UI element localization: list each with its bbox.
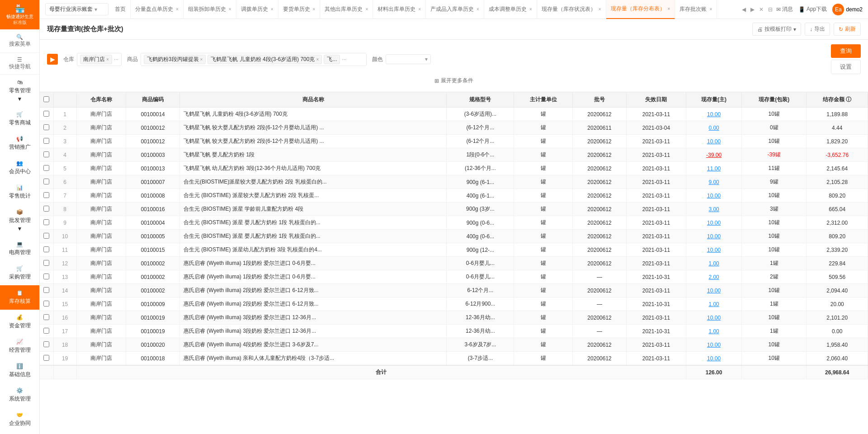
row-checkbox[interactable] <box>43 328 49 334</box>
sidebar-item-ecommerce[interactable]: 💻 电商管理 <box>0 236 39 261</box>
close-icon[interactable]: × <box>599 7 601 12</box>
remove-product-tag-2-btn[interactable]: × <box>316 57 319 62</box>
tab-scroll-right-btn[interactable]: ▶ <box>749 5 756 14</box>
row-checkbox[interactable] <box>43 341 49 347</box>
td-inventory-main[interactable]: 10.00 <box>686 352 742 366</box>
tab-requisition-history[interactable]: 要货单历史 × <box>278 0 321 19</box>
tab-split-inventory-history[interactable]: 分量盘点单历史 × <box>131 0 184 19</box>
close-all-btn[interactable]: ✕ <box>757 5 765 14</box>
tab-disassemble-history[interactable]: 组装拆卸单历史 × <box>184 0 236 19</box>
tab-material-out-history[interactable]: 材料出库单历史 × <box>373 0 426 19</box>
row-checkbox[interactable] <box>43 124 49 130</box>
product-more-btn[interactable]: ··· <box>342 56 346 62</box>
td-checkbox[interactable] <box>40 243 53 257</box>
sidebar-item-enterprise-collab[interactable]: 🤝 企业协同 <box>0 407 39 432</box>
row-checkbox[interactable] <box>43 165 49 171</box>
warehouse-filter-container[interactable]: 南岸门店 × ··· <box>77 53 122 66</box>
tab-cost-adjust-history[interactable]: 成本调整单历史 × <box>484 0 537 19</box>
td-checkbox[interactable] <box>40 325 53 338</box>
refresh-btn[interactable]: ↻ 刷新 <box>834 23 861 36</box>
td-checkbox[interactable] <box>40 135 53 148</box>
sidebar-item-system-mgmt[interactable]: ⚙️ 系统管理 <box>0 383 39 407</box>
sidebar-item-marketing[interactable]: 📢 营销推广 <box>0 131 39 156</box>
td-checkbox[interactable] <box>40 270 53 284</box>
td-checkbox[interactable] <box>40 230 53 243</box>
tab-inventory-batch[interactable]: 库存批次账 × <box>675 0 717 19</box>
td-inventory-main[interactable]: 10.00 <box>686 108 742 121</box>
row-checkbox[interactable] <box>43 179 49 184</box>
sidebar-quick-nav[interactable]: ☰ 快捷导航 <box>0 53 39 75</box>
td-inventory-main[interactable]: 10.00 <box>686 311 742 325</box>
sidebar-logo[interactable]: 🏪 畅捷通好生意 标准版 <box>0 0 39 29</box>
close-icon[interactable]: × <box>271 7 274 12</box>
td-inventory-main[interactable]: 11.00 <box>686 162 742 175</box>
sidebar-item-finance-mgmt[interactable]: 💰 资金管理 <box>0 310 39 334</box>
row-checkbox[interactable] <box>43 233 49 239</box>
td-checkbox[interactable] <box>40 121 53 135</box>
row-checkbox[interactable] <box>43 138 49 144</box>
td-inventory-main[interactable]: 10.00 <box>686 216 742 230</box>
td-checkbox[interactable] <box>40 284 53 297</box>
tab-other-out-history[interactable]: 其他出库单历史 × <box>320 0 373 19</box>
td-checkbox[interactable] <box>40 311 53 325</box>
sidebar-item-purchase-mgmt[interactable]: 🛒 采购管理 <box>0 261 39 285</box>
close-icon[interactable]: × <box>176 7 179 12</box>
color-filter-container[interactable]: ▾ <box>386 54 431 64</box>
td-inventory-main[interactable]: 0.00 <box>686 121 742 135</box>
tab-inventory-status[interactable]: 现存量（库存状况表） × <box>537 0 606 19</box>
close-icon[interactable]: × <box>668 6 670 11</box>
tab-product-in-history[interactable]: 产成品入库单历史 × <box>426 0 484 19</box>
sidebar-item-member-center[interactable]: 👥 会员中心 <box>0 156 39 180</box>
sidebar-item-retail-shop[interactable]: 🛒 零售商城 <box>0 107 39 131</box>
row-checkbox[interactable] <box>43 274 49 279</box>
sidebar-item-retail-stats[interactable]: 📊 零售统计 <box>0 180 39 204</box>
row-checkbox[interactable] <box>43 192 49 198</box>
td-checkbox[interactable] <box>40 162 53 175</box>
expand-more-conditions[interactable]: ⊞ 展开更多条件 <box>47 74 861 87</box>
td-checkbox[interactable] <box>40 257 53 270</box>
td-inventory-main[interactable]: 10.00 <box>686 135 742 148</box>
row-checkbox[interactable] <box>43 301 49 307</box>
sidebar-item-basic-info[interactable]: ℹ️ 基础信息 <box>0 359 39 383</box>
row-checkbox[interactable] <box>43 287 49 293</box>
td-inventory-main[interactable]: 1.00 <box>686 257 742 270</box>
query-btn[interactable]: 查询 <box>831 44 861 58</box>
td-inventory-main[interactable]: 10.00 <box>686 243 742 257</box>
close-icon[interactable]: × <box>529 7 532 12</box>
sidebar-search[interactable]: 🔍 搜索英单 <box>0 29 39 53</box>
close-icon[interactable]: × <box>229 7 231 12</box>
td-checkbox[interactable] <box>40 352 53 366</box>
close-icon[interactable]: × <box>418 7 421 12</box>
td-checkbox[interactable] <box>40 175 53 189</box>
message-btn[interactable]: ✉ 消息 <box>776 5 793 13</box>
select-all-checkbox[interactable] <box>43 96 49 102</box>
row-checkbox[interactable] <box>43 219 49 225</box>
tab-scroll-left-btn[interactable]: ◀ <box>740 5 748 14</box>
row-checkbox[interactable] <box>43 260 49 266</box>
row-checkbox[interactable] <box>43 206 49 212</box>
td-checkbox[interactable] <box>40 216 53 230</box>
td-inventory-main[interactable]: 2.00 <box>686 270 742 284</box>
remove-warehouse-tag-btn[interactable]: × <box>106 57 109 62</box>
td-inventory-main[interactable]: 1.00 <box>686 325 742 338</box>
settings-btn[interactable]: 设置 <box>831 60 861 74</box>
td-inventory-main[interactable]: 1.00 <box>686 297 742 311</box>
td-inventory-main[interactable]: 10.00 <box>686 230 742 243</box>
close-icon[interactable]: × <box>476 7 479 12</box>
close-icon[interactable]: × <box>365 7 368 12</box>
td-inventory-main[interactable]: 3.00 <box>686 203 742 216</box>
sidebar-item-retail-mgmt[interactable]: 🛍 零售管理 ▼ <box>0 75 39 107</box>
expand-tabs-btn[interactable]: ⊟ <box>766 5 774 14</box>
td-checkbox[interactable] <box>40 148 53 162</box>
export-btn[interactable]: ↓ 导出 <box>805 23 830 36</box>
sidebar-item-operations-mgmt[interactable]: 📈 经营管理 <box>0 334 39 359</box>
remove-product-tag-1-btn[interactable]: × <box>200 57 203 62</box>
td-checkbox[interactable] <box>40 338 53 352</box>
close-icon[interactable]: × <box>313 7 316 12</box>
sidebar-item-new-guide[interactable]: 🚀 新手引导 <box>0 432 39 434</box>
warehouse-more-btn[interactable]: ··· <box>114 56 118 62</box>
td-checkbox[interactable] <box>40 297 53 311</box>
template-print-btn[interactable]: 🖨 按模板打印 ▾ <box>752 23 801 36</box>
app-download-btn[interactable]: 📱 App下载 <box>798 5 827 13</box>
td-checkbox[interactable] <box>40 203 53 216</box>
